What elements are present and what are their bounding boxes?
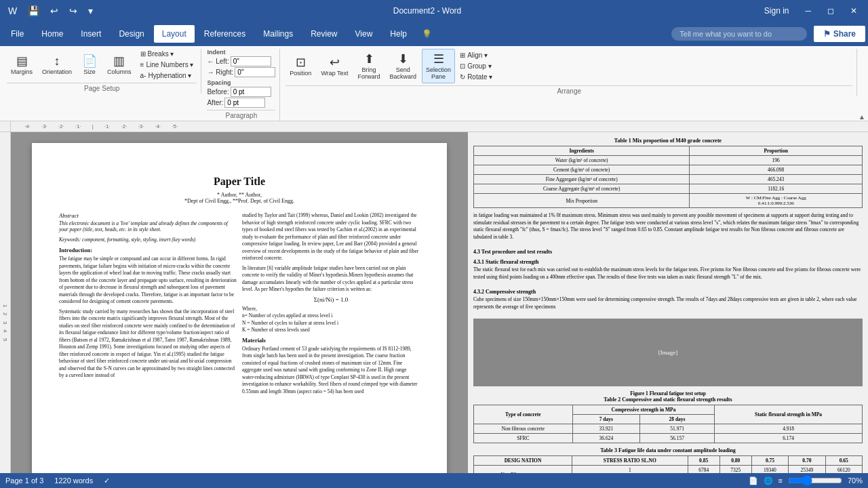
selection-pane-label: SelectionPane [426,67,451,81]
ribbon-collapse-button[interactable]: ▲ [859,113,865,121]
menu-help[interactable]: Help [382,25,415,43]
title-bar-left: W 💾 ↩ ↪ ▾ [5,4,96,18]
section-432: 4.3.2 Compressive strength [473,289,863,295]
table2: Type of concrete Compressive strength in… [473,405,863,443]
after-input[interactable] [224,98,265,108]
margins-button[interactable]: ▤ Margins [7,51,37,79]
menu-insert[interactable]: Insert [73,25,109,43]
table1-col-proportion: Proportion [690,146,863,156]
view-web-icon[interactable]: 🌐 [764,476,773,485]
title-bar-right: Sign in ─ ◻ ✕ [759,5,863,17]
rotate-label: Rotate ▾ [467,73,492,81]
send-backward-button[interactable]: ⬇ SendBackward [386,49,421,83]
ribbon-group-arrange: ⊡ Position ↩ Wrap Text ⬆ BringForward ⬇ … [281,49,857,96]
align-label: Align ▾ [467,52,488,59]
position-button[interactable]: ⊡ Position [285,52,315,80]
group-button[interactable]: ⊡ Group ▾ [456,61,496,71]
left-indent-group: ← Left: [207,56,271,66]
paragraph-group-label: Paragraph [207,110,275,119]
menu-file[interactable]: File [3,25,32,43]
document-page: Paper Title * Author, ** Author, *Dept o… [32,143,447,488]
restore-button[interactable]: ◻ [822,5,840,17]
view-print-icon[interactable]: 📄 [749,476,758,485]
paper-title: Paper Title [59,176,420,188]
menu-view[interactable]: View [347,25,381,43]
wraptext-icon: ↩ [330,55,340,70]
orientation-label: Orientation [42,69,72,76]
table-row: Mix Proportion W : CM:Fine Agg : Coarse … [474,194,863,208]
menu-references[interactable]: References [196,25,254,43]
align-group: ⊞ Align ▾ ⊡ Group ▾ ↻ Rotate ▾ [456,50,496,82]
share-button[interactable]: ⚑ Share [814,26,865,42]
window-title: Document2 - Word [96,6,759,16]
menu-mailings[interactable]: Mailings [255,25,301,43]
align-button[interactable]: ⊞ Align ▾ [456,50,496,60]
menu-layout[interactable]: Layout [154,25,195,43]
ribbon: ▤ Margins ↕ Orientation 📄 Size ▥ Columns [0,46,868,121]
orientation-button[interactable]: ↕ Orientation [38,52,76,79]
hyphenation-label: Hyphenation ▾ [148,72,191,79]
customize-icon[interactable]: ▾ [85,4,96,18]
right-indent-input[interactable] [235,67,275,77]
table1-title: Table 1 Mix proportion of M40 grade conc… [473,138,863,144]
page-wrapper[interactable]: Paper Title * Author, ** Author, *Dept o… [11,132,468,488]
selection-pane-button[interactable]: ☰ SelectionPane [422,49,455,83]
hyphenation-icon: a- [140,72,146,79]
rotate-button[interactable]: ↻ Rotate ▾ [456,72,496,82]
search-input[interactable] [671,27,807,41]
columns-label: Columns [107,69,132,76]
left-indent-input[interactable] [231,56,271,66]
signin-button[interactable]: Sign in [759,5,795,17]
before-label: Before: [207,88,229,96]
ribbon-group-paragraph: Indent ← Left: → Right: Spacing Before: … [203,49,280,121]
title-bar: W 💾 ↩ ↪ ▾ Document2 - Word Sign in ─ ◻ ✕ [0,0,868,22]
proofing-icon[interactable]: ✓ [104,476,110,485]
view-outline-icon[interactable]: ≡ [778,476,783,485]
menu-design[interactable]: Design [111,25,152,43]
ruler-area: ·4· ·3· ·2· ·1· | ·1· ·2· ·3· ·4· ·5· [0,121,868,132]
right-indent-label: → Right: [207,68,233,76]
indent-label: Indent [207,49,225,56]
after-spacing-group: After: [207,98,265,108]
spacing-label: Spacing [207,79,231,86]
redo-icon[interactable]: ↪ [66,4,80,18]
before-spacing-group: Before: [207,87,271,97]
size-button[interactable]: 📄 Size [77,51,102,79]
figure1: [Image] [473,319,863,386]
table-row: Cement (kg/m³ of concrete) 466.098 [474,165,863,175]
before-input[interactable] [231,87,271,97]
table2-title: Table 2 Compressive and static flexural … [473,396,863,403]
hyphenation-button[interactable]: a- Hyphenation ▾ [137,70,197,81]
document-area: 12345 Paper Title * Author, ** Author, *… [0,132,868,488]
lightbulb-icon: 💡 [422,29,432,39]
columns-icon: ▥ [113,54,125,68]
breaks-button[interactable]: ⊞ Breaks ▾ [137,49,197,59]
minimize-button[interactable]: ─ [800,5,816,17]
zoom-slider[interactable] [788,475,842,486]
columns-button[interactable]: ▥ Columns [103,51,136,79]
menu-home[interactable]: Home [33,25,71,43]
size-label: Size [83,69,96,76]
bring-forward-button[interactable]: ⬆ BringForward [354,49,384,83]
intro-text-2: Systematic study carried by many researc… [59,308,237,380]
linenumbers-button[interactable]: ≡ Line Numbers ▾ [137,60,197,70]
group-label: Group ▾ [467,62,492,70]
undo-icon[interactable]: ↩ [47,4,61,18]
word-logo-icon: W [5,4,20,18]
column-right: studied by Taylor and Tait (1999) wherea… [242,212,420,398]
table1-col-ingredients: Ingredients [474,146,690,156]
wraptext-button[interactable]: ↩ Wrap Text [317,52,352,80]
save-icon[interactable]: 💾 [25,4,42,18]
arrange-group-label: Arrange [285,85,852,95]
status-bar: Page 1 of 3 1220 words ✓ 📄 🌐 ≡ 70% [0,473,868,488]
intro-title: Introduction: [59,247,237,253]
right-panel: Table 1 Mix proportion of M40 grade conc… [468,132,868,488]
menu-review[interactable]: Review [302,25,345,43]
close-button[interactable]: ✕ [845,5,863,17]
selection-pane-icon: ☰ [433,52,444,66]
table-row: SFRC 36.624 56.157 6.174 [474,434,863,443]
rotate-icon: ↻ [460,73,465,81]
right-panel-text: in fatigue loading was maintained at 1% … [473,212,863,241]
bring-forward-label: BringForward [358,67,380,81]
position-label: Position [290,70,311,77]
